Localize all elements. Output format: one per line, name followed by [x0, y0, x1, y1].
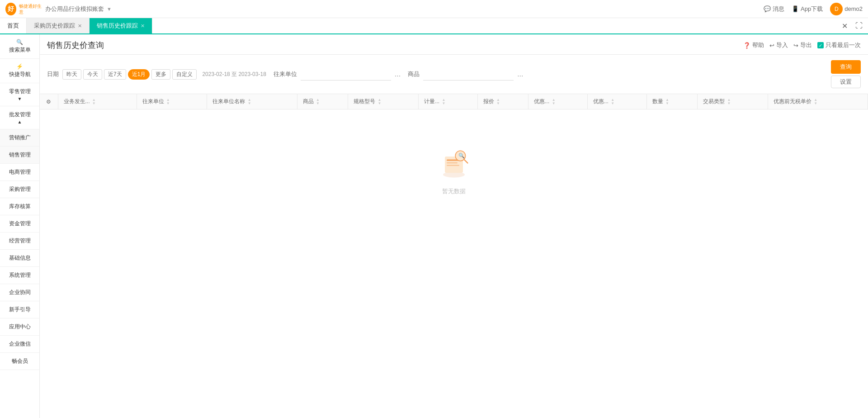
help-icon: ❓ — [743, 42, 750, 49]
table-container: ⚙ 业务发生... ▲▼ 往来单位 ▲▼ — [40, 94, 868, 418]
col-biz-date[interactable]: 业务发生... ▲▼ — [58, 94, 137, 109]
sidebar-item-sales-mgmt[interactable]: 销售管理 — [0, 147, 39, 164]
sort-counterparty-icon: ▲▼ — [166, 98, 170, 105]
sidebar-finance-label: 资金管理 — [9, 220, 31, 228]
sort-pre-tax-price-icon: ▲▼ — [814, 98, 817, 105]
sort-discount2-icon: ▲▼ — [611, 98, 614, 105]
import-button[interactable]: ↩ 导入 — [769, 41, 788, 49]
col-discount1[interactable]: 优惠... ▲▼ — [528, 94, 588, 109]
sidebar-basic-info-label: 基础信息 — [9, 254, 31, 262]
app-download-button[interactable]: 📱 App下载 — [792, 5, 823, 13]
app-label: App下载 — [801, 5, 823, 13]
date-btn-7days[interactable]: 近7天 — [104, 69, 126, 80]
data-table: ⚙ 业务发生... ▲▼ 往来单位 ▲▼ — [40, 94, 868, 109]
logo-icon: 好 — [5, 3, 16, 15]
tab-purchase[interactable]: 采购历史价跟踪 ✕ — [27, 18, 90, 33]
sidebar-item-operations[interactable]: 经营管理 — [0, 233, 39, 250]
page-actions: ❓ 帮助 ↩ 导入 ↪ 导出 ✓ 只看最后一次 — [743, 41, 861, 49]
sidebar-item-purchase[interactable]: 采购管理 — [0, 181, 39, 198]
sidebar-member-label: 畅会员 — [12, 357, 28, 365]
message-button[interactable]: 💬 消息 — [764, 5, 784, 13]
col-counterparty-name[interactable]: 往来单位名称 ▲▼ — [207, 94, 297, 109]
help-label: 帮助 — [752, 41, 764, 49]
sidebar-item-ecommerce[interactable]: 电商管理 — [0, 164, 39, 181]
sidebar-item-basic-info[interactable]: 基础信息 — [0, 250, 39, 267]
col-tx-type[interactable]: 交易类型 ▲▼ — [698, 94, 768, 109]
maximize-window-button[interactable]: ⛶ — [854, 20, 864, 31]
tab-home-label: 首页 — [7, 22, 19, 30]
sidebar-item-member[interactable]: 畅会员 — [0, 353, 39, 370]
tab-sales-close-icon[interactable]: ✕ — [141, 23, 145, 29]
svg-text:🔍: 🔍 — [458, 152, 465, 159]
col-unit[interactable]: 计量... ▲▼ — [419, 94, 478, 109]
breadcrumb-chevron-icon: ▼ — [107, 6, 112, 12]
date-filter-label: 日期 — [47, 70, 59, 78]
message-label: 消息 — [773, 5, 784, 13]
col-goods[interactable]: 商品 ▲▼ — [297, 94, 348, 109]
breadcrumb: 办公用品行业模拟账套 ▼ — [45, 5, 760, 13]
close-window-button[interactable]: ✕ — [839, 20, 850, 31]
goods-more-icon[interactable]: ... — [517, 70, 523, 78]
sidebar-item-system[interactable]: 系统管理 — [0, 267, 39, 284]
tab-home[interactable]: 首页 — [0, 18, 27, 33]
date-range-text: 2023-02-18 至 2023-03-18 — [202, 71, 266, 78]
tab-sales[interactable]: 销售历史价跟踪 ✕ — [90, 18, 152, 33]
top-right-actions: 💬 消息 📱 App下载 D demo2 — [764, 3, 863, 15]
query-button[interactable]: 查询 — [831, 60, 861, 74]
sidebar-search-label: 搜索菜单 — [9, 46, 31, 54]
counterparty-more-icon[interactable]: ... — [395, 70, 401, 78]
col-counterparty[interactable]: 往来单位 ▲▼ — [137, 94, 207, 109]
date-btn-more[interactable]: 更多 — [151, 69, 170, 80]
sidebar-item-finance[interactable]: 资金管理 — [0, 215, 39, 233]
date-btn-custom[interactable]: 自定义 — [172, 69, 197, 80]
quick-nav-icon: ⚡ — [16, 63, 23, 70]
sidebar-item-wechat[interactable]: 企业微信 — [0, 336, 39, 353]
counterparty-label: 往来单位 — [274, 70, 297, 78]
goods-filter-group: 商品 ... — [408, 68, 523, 81]
col-qty[interactable]: 数量 ▲▼ — [646, 94, 698, 109]
user-avatar-button[interactable]: D demo2 — [830, 3, 863, 15]
sidebar-item-guide[interactable]: 新手引导 — [0, 301, 39, 318]
col-settings[interactable]: ⚙ — [40, 94, 58, 109]
chevron-down-icon: ▼ — [18, 96, 22, 101]
sidebar-enterprise-label: 企业协同 — [9, 289, 31, 296]
sidebar-item-search[interactable]: 🔍 搜索菜单 — [0, 34, 39, 59]
col-discount2[interactable]: 优惠... ▲▼ — [587, 94, 646, 109]
sidebar-inventory-label: 库存核算 — [9, 203, 31, 210]
empty-state: 🔍 暂无数据 — [40, 109, 868, 232]
import-label: 导入 — [776, 41, 788, 49]
sort-discount1-icon: ▲▼ — [552, 98, 556, 105]
sidebar-marketing-label: 营销推广 — [9, 134, 31, 142]
help-button[interactable]: ❓ 帮助 — [743, 41, 764, 49]
counterparty-input[interactable] — [301, 68, 391, 81]
sidebar-item-marketing[interactable]: 营销推广 — [0, 129, 39, 147]
col-pre-tax-price[interactable]: 优惠前无税单价 ▲▼ — [768, 94, 868, 109]
date-btn-today[interactable]: 今天 — [83, 69, 102, 80]
tab-purchase-close-icon[interactable]: ✕ — [78, 23, 82, 29]
sidebar-item-retail[interactable]: 零售管理 ▼ — [0, 83, 39, 106]
table-header-row: ⚙ 业务发生... ▲▼ 往来单位 ▲▼ — [40, 94, 868, 109]
sort-quote-icon: ▲▼ — [496, 98, 500, 105]
date-btn-1month[interactable]: 近1月 — [128, 69, 150, 80]
sidebar-item-inventory[interactable]: 库存核算 — [0, 198, 39, 215]
sort-biz-date-icon: ▲▼ — [92, 98, 96, 105]
sidebar-item-enterprise[interactable]: 企业协同 — [0, 284, 39, 301]
date-btn-yesterday[interactable]: 昨天 — [62, 69, 81, 80]
sidebar-ecommerce-label: 电商管理 — [9, 168, 31, 176]
sidebar-item-wholesale[interactable]: 批发管理 ▲ — [0, 106, 39, 129]
sort-spec-icon: ▲▼ — [378, 98, 382, 105]
col-spec[interactable]: 规格型号 ▲▼ — [348, 94, 419, 109]
goods-input[interactable] — [423, 68, 514, 81]
col-quote[interactable]: 报价 ▲▼ — [477, 94, 528, 109]
filter-bar: 日期 昨天 今天 近7天 近1月 更多 自定义 2023-02-18 至 202… — [40, 55, 868, 94]
sidebar-item-app-center[interactable]: 应用中心 — [0, 318, 39, 336]
sidebar-item-quick-nav[interactable]: ⚡ 快捷导航 — [0, 59, 39, 83]
last-one-only-checkbox[interactable]: ✓ 只看最后一次 — [817, 41, 861, 49]
export-icon: ↪ — [793, 42, 798, 49]
settings-button[interactable]: 设置 — [831, 76, 861, 88]
sort-qty-icon: ▲▼ — [665, 98, 669, 105]
export-button[interactable]: ↪ 导出 — [793, 41, 812, 49]
tab-bar: 首页 采购历史价跟踪 ✕ 销售历史价跟踪 ✕ ✕ ⛶ — [0, 18, 868, 34]
goods-label: 商品 — [408, 70, 420, 78]
sidebar-quick-nav-label: 快捷导航 — [9, 71, 31, 78]
